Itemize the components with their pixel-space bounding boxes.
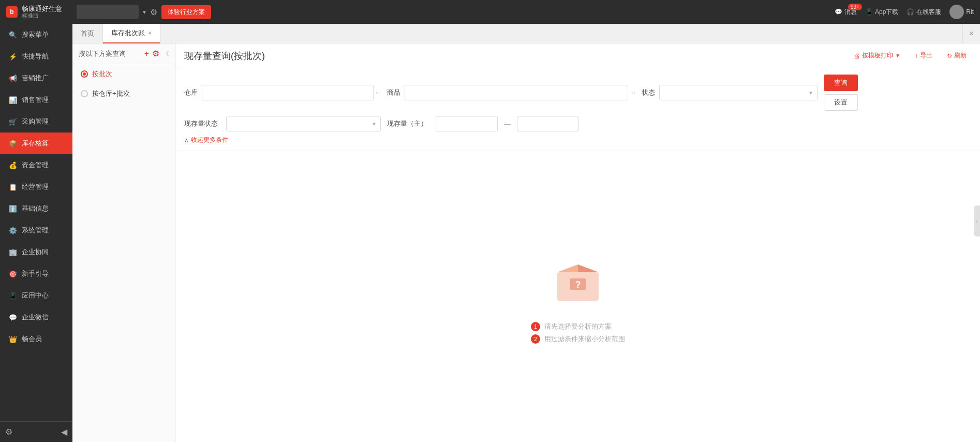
tabbar: 首页库存批次账× × [72, 24, 980, 43]
refresh-button[interactable]: ↻ 刷新 [942, 49, 972, 63]
online-service-label: 在线客服 [916, 8, 941, 17]
sidebar-item-member[interactable]: 👑畅会员 [0, 328, 72, 350]
user-avatar-area[interactable]: Rit [949, 5, 974, 19]
sidebar-item-quick-nav[interactable]: ⚡快捷导航 [0, 46, 72, 67]
phone-icon: 📱 [865, 8, 873, 16]
sidebar-label-finance: 资金管理 [22, 160, 49, 170]
refresh-label: 刷新 [954, 51, 967, 60]
right-edge-handle[interactable]: › [974, 205, 980, 237]
app-edition: 标准版 [22, 12, 62, 19]
page-actions: 🖨 按模板打印 ▼ ↑ 导出 ↻ 刷新 [849, 49, 972, 63]
sidebar-icon-search-menu: 🔍 [8, 30, 18, 39]
sidebar-item-purchase[interactable]: 🛒采购管理 [0, 111, 72, 132]
sidebar-item-guide[interactable]: 🎯新手引导 [0, 263, 72, 285]
product-more-icon[interactable]: ··· [630, 89, 635, 96]
left-panel-collapse-button[interactable]: 《 [162, 49, 169, 58]
tab-inventory-batch[interactable]: 库存批次账× [103, 24, 160, 43]
sidebar-label-purchase: 采购管理 [22, 117, 49, 126]
export-button[interactable]: ↑ 导出 [910, 49, 938, 63]
tab-home[interactable]: 首页 [72, 24, 103, 43]
inventory-qty-filter: 现存量（主） — [387, 116, 584, 131]
query-button[interactable]: 查询 [824, 75, 858, 91]
right-panel: 现存量查询(按批次) 🖨 按模板打印 ▼ ↑ 导出 ↻ [176, 43, 980, 442]
sidebar-item-inventory[interactable]: 📦库存核算 [0, 132, 72, 154]
status-select[interactable] [659, 85, 818, 100]
template-print-button[interactable]: 🖨 按模板打印 ▼ [849, 49, 905, 63]
inventory-qty-max-input[interactable] [517, 116, 579, 131]
left-panel-title: 按以下方案查询 [79, 49, 126, 58]
step-number-1: 1 [531, 322, 540, 331]
add-scheme-button[interactable]: + [144, 49, 149, 58]
sidebar-icon-operations: 📋 [8, 182, 18, 191]
page-content: 按以下方案查询 + ⚙ 《 按批次按仓库+批次 现存量查询(按批次) � [72, 43, 980, 442]
warehouse-more-icon[interactable]: ··· [376, 89, 381, 96]
sidebar-item-enterprise-wechat[interactable]: 💬企业微信 [0, 306, 72, 328]
topbar-gear-icon[interactable]: ⚙ [150, 7, 157, 17]
messages-button[interactable]: 💬 消息 99+ [835, 8, 857, 17]
collapse-label: 收起更多条件 [191, 136, 228, 144]
sidebar-icon-marketing: 📢 [8, 73, 18, 83]
left-panel: 按以下方案查询 + ⚙ 《 按批次按仓库+批次 [72, 43, 176, 442]
dash-separator: — [504, 120, 511, 128]
empty-steps-list: 1请先选择要分析的方案2用过滤条件来缩小分析范围 [531, 322, 625, 344]
sidebar-item-sales[interactable]: 📊销售管理 [0, 89, 72, 111]
status-filter: 状态 ▼ [642, 85, 818, 100]
sidebar-icon-system: ⚙️ [8, 226, 18, 235]
product-filter: 商品 ··· [387, 85, 635, 100]
settings-button[interactable]: 设置 [824, 94, 858, 111]
sidebar-item-finance[interactable]: 💰资金管理 [0, 154, 72, 176]
sidebar-icon-sales: 📊 [8, 95, 18, 105]
sidebar-label-system: 系统管理 [22, 226, 49, 235]
warehouse-input[interactable] [202, 85, 374, 100]
scheme-item-by-warehouse-batch[interactable]: 按仓库+批次 [72, 84, 175, 104]
sidebar-item-basic-info[interactable]: ℹ️基础信息 [0, 198, 72, 219]
warehouse-label: 仓库 [184, 88, 198, 97]
print-dropdown-arrow[interactable]: ▼ [895, 53, 900, 58]
page-close-button[interactable]: × [962, 24, 980, 43]
inventory-status-select[interactable] [226, 116, 381, 131]
sidebar-label-member: 畅会员 [22, 334, 42, 344]
collapse-sidebar-icon[interactable]: ◀ [61, 427, 67, 437]
tab-close-inventory-batch[interactable]: × [148, 30, 152, 37]
messages-badge: 99+ [848, 4, 862, 10]
settings-icon[interactable]: ⚙ [5, 427, 12, 437]
sidebar-item-operations[interactable]: 📋经营管理 [0, 176, 72, 198]
sidebar-label-enterprise: 企业协同 [22, 247, 49, 257]
topbar-search-input[interactable] [77, 5, 139, 19]
headset-icon: 🎧 [907, 8, 914, 16]
svg-text:?: ? [575, 279, 581, 290]
sidebar-label-enterprise-wechat: 企业微信 [22, 313, 49, 322]
radio-active-by-batch [81, 70, 88, 78]
trial-button[interactable]: 体验行业方案 [161, 5, 211, 19]
product-label: 商品 [387, 88, 400, 97]
filter-row-2: 现存量状态 ▼ 现存量（主） — [184, 116, 972, 131]
app-logo: b [6, 6, 18, 18]
sidebar-item-search-menu[interactable]: 🔍搜索菜单 [0, 24, 72, 46]
product-input[interactable] [405, 85, 628, 100]
empty-step-1: 1请先选择要分析的方案 [531, 322, 625, 331]
app-download-button[interactable]: 📱 App下载 [865, 8, 898, 17]
inventory-status-filter: 现存量状态 ▼ [184, 116, 381, 131]
sidebar-item-enterprise[interactable]: 🏢企业协同 [0, 241, 72, 263]
template-print-label: 按模板打印 [862, 51, 893, 60]
sidebar-bottom: ⚙ ◀ [0, 421, 72, 442]
search-dropdown-arrow[interactable]: ▼ [142, 9, 147, 15]
sidebar-label-quick-nav: 快捷导航 [22, 52, 49, 61]
online-service-button[interactable]: 🎧 在线客服 [907, 8, 941, 17]
scheme-settings-button[interactable]: ⚙ [152, 49, 159, 58]
sidebar-icon-enterprise: 🏢 [8, 247, 18, 257]
avatar [949, 5, 964, 19]
radio-inactive-by-warehouse-batch [81, 90, 88, 97]
sidebar-icon-app-center: 📱 [8, 291, 18, 300]
left-panel-header: 按以下方案查询 + ⚙ 《 [72, 43, 175, 64]
refresh-icon: ↻ [947, 52, 952, 60]
sidebar-item-marketing[interactable]: 📢营销推广 [0, 67, 72, 89]
sidebar-item-app-center[interactable]: 📱应用中心 [0, 285, 72, 306]
empty-step-2: 2用过滤条件来缩小分析范围 [531, 334, 625, 344]
scheme-item-by-batch[interactable]: 按批次 [72, 64, 175, 84]
inventory-qty-min-input[interactable] [436, 116, 498, 131]
sidebar-icon-member: 👑 [8, 334, 18, 344]
sidebar-item-system[interactable]: ⚙️系统管理 [0, 219, 72, 241]
collapse-filter-button[interactable]: ∧ 收起更多条件 [184, 136, 972, 144]
sidebar-icon-inventory: 📦 [8, 139, 18, 148]
